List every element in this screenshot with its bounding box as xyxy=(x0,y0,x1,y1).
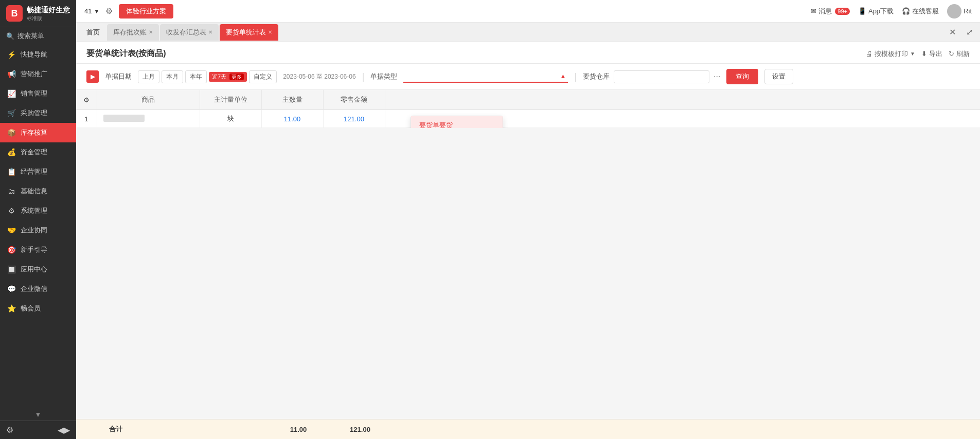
sidebar-item-enterprise[interactable]: 🤝 企业协同 xyxy=(0,221,76,240)
operations-icon: 📋 xyxy=(6,168,16,176)
app-download-label: App下载 xyxy=(868,7,894,16)
sidebar-item-purchase[interactable]: 🛒 采购管理 xyxy=(0,103,76,123)
warehouse-filter-input[interactable] xyxy=(614,70,709,83)
sidebar-search[interactable]: 🔍 搜索菜单 xyxy=(0,27,76,45)
tab-batch-account-close[interactable]: ✕ xyxy=(149,29,153,35)
sidebar-item-guide[interactable]: 🎯 新手引导 xyxy=(0,240,76,260)
refresh-btn[interactable]: ↻ 刷新 xyxy=(949,49,970,59)
sidebar-item-wechat[interactable]: 💬 企业微信 xyxy=(0,279,76,299)
sidebar-item-operations[interactable]: 📋 经营管理 xyxy=(0,162,76,181)
warehouse-filter-label: 要货仓库 xyxy=(583,72,610,81)
marketing-icon: 📢 xyxy=(6,70,16,78)
col-quantity-label: 主数量 xyxy=(282,96,302,103)
print-chevron-icon: ▼ xyxy=(910,51,915,57)
settings-gear-icon[interactable]: ⚙ xyxy=(105,6,113,16)
header-right: ✉ 消息 99+ 📱 App下载 🎧 在线客服 Rit xyxy=(811,4,972,19)
sidebar-item-system[interactable]: ⚙ 系统管理 xyxy=(0,201,76,221)
print-template-btn[interactable]: 🖨 按模板打印 ▼ xyxy=(866,49,915,59)
tab-batch-account-label: 库存批次账 xyxy=(113,28,147,37)
more-badge: 更多 xyxy=(229,74,244,80)
row-product xyxy=(97,110,200,128)
col-amount: 零售金额 xyxy=(323,90,385,110)
page-actions: 🖨 按模板打印 ▼ ⬇ 导出 ↻ 刷新 xyxy=(866,49,970,59)
sidebar-item-label: 应用中心 xyxy=(21,265,47,274)
tab-close-all-button[interactable]: ✕ xyxy=(946,26,959,38)
sidebar-item-basics[interactable]: 🗂 基础信息 xyxy=(0,181,76,201)
date-btn-this-year[interactable]: 本年 xyxy=(185,70,207,83)
sidebar-item-apps[interactable]: 🔲 应用中心 xyxy=(0,260,76,279)
sidebar-item-label: 新手引导 xyxy=(21,245,47,254)
messages-badge: 99+ xyxy=(835,8,850,15)
table-header-row: ⚙ 商品 主计量单位 主数量 零 xyxy=(76,90,980,110)
message-icon: ✉ xyxy=(811,7,816,15)
date-btn-this-month[interactable]: 本月 xyxy=(162,70,183,83)
trial-industry-button[interactable]: 体验行业方案 xyxy=(119,4,173,19)
row-amount: 121.00 xyxy=(323,110,385,128)
table-row: 1 块 11.00 121.00 xyxy=(76,110,980,128)
sidebar-item-label: 销售管理 xyxy=(21,89,47,98)
tab-requisition-stats[interactable]: 要货单统计表 ✕ xyxy=(220,24,278,41)
online-service-label: 在线客服 xyxy=(912,7,939,16)
sidebar-collapse-icon[interactable]: ◀▶ xyxy=(58,425,70,435)
basics-icon: 🗂 xyxy=(6,187,16,195)
chevron-down-icon: ▼ xyxy=(94,8,99,14)
sidebar-item-inventory[interactable]: 📦 库存核算 xyxy=(0,123,76,142)
filter-expand-button[interactable]: ▶ xyxy=(86,70,99,83)
export-icon: ⬇ xyxy=(921,50,927,58)
tab-receipt-summary-label: 收发存汇总表 xyxy=(166,28,206,37)
tab-receipt-summary-close[interactable]: ✕ xyxy=(208,29,212,35)
sidebar-scroll-down[interactable]: ▼ xyxy=(0,409,76,420)
tab-home[interactable]: 首页 xyxy=(80,24,106,41)
sidebar-item-label: 资金管理 xyxy=(21,148,47,157)
type-filter-label: 单据类型 xyxy=(370,72,397,81)
refresh-label: 刷新 xyxy=(956,49,970,59)
store-selector[interactable]: 41 ▼ xyxy=(84,7,99,15)
type-dropdown: 要货单要货 要货单退货 xyxy=(411,116,503,128)
sidebar-item-quick-nav[interactable]: ⚡ 快捷导航 xyxy=(0,45,76,64)
sidebar-item-finance[interactable]: 💰 资金管理 xyxy=(0,142,76,162)
tab-batch-account[interactable]: 库存批次账 ✕ xyxy=(107,24,159,41)
online-service-btn[interactable]: 🎧 在线客服 xyxy=(902,7,939,16)
user-avatar-area[interactable]: Rit xyxy=(947,4,972,19)
date-btn-custom[interactable]: 自定义 xyxy=(249,70,277,83)
date-btn-last-7days[interactable]: 近7天 更多 xyxy=(209,72,247,82)
row-index: 1 xyxy=(76,110,97,128)
sidebar-settings-icon[interactable]: ⚙ xyxy=(6,425,13,435)
col-unit-label: 主计量单位 xyxy=(214,96,247,103)
headset-icon: 🎧 xyxy=(902,7,910,15)
tab-requisition-stats-close[interactable]: ✕ xyxy=(268,29,272,35)
apps-icon: 🔲 xyxy=(6,265,16,273)
sidebar-item-marketing[interactable]: 📢 营销推广 xyxy=(0,64,76,84)
col-settings: ⚙ xyxy=(76,90,97,110)
app-download-btn[interactable]: 📱 App下载 xyxy=(858,7,894,16)
top-header: 41 ▼ ⚙ 体验行业方案 ✉ 消息 99+ 📱 App下载 🎧 在线客服 R xyxy=(76,0,980,23)
enterprise-icon: 🤝 xyxy=(6,226,16,234)
row-quantity: 11.00 xyxy=(261,110,323,128)
col-product-label: 商品 xyxy=(141,96,155,103)
header-left: 41 ▼ ⚙ 体验行业方案 xyxy=(84,4,173,19)
date-filter-label: 单据日期 xyxy=(105,72,132,81)
setting-button[interactable]: 设置 xyxy=(764,69,793,84)
messages-btn[interactable]: ✉ 消息 99+ xyxy=(811,7,850,16)
page-header: 要货单统计表(按商品) 🖨 按模板打印 ▼ ⬇ 导出 ↻ 刷新 xyxy=(76,42,980,64)
tabs-right-actions: ✕ ⤢ xyxy=(946,26,976,38)
sidebar-item-sales[interactable]: 📈 销售管理 xyxy=(0,84,76,103)
sidebar-item-members[interactable]: ⭐ 畅会员 xyxy=(0,299,76,318)
inventory-icon: 📦 xyxy=(6,129,16,137)
date-btn-prev-month[interactable]: 上月 xyxy=(138,70,159,83)
warehouse-more-btn[interactable]: ··· xyxy=(714,72,720,81)
tab-receipt-summary[interactable]: 收发存汇总表 ✕ xyxy=(160,24,219,41)
export-btn[interactable]: ⬇ 导出 xyxy=(921,49,942,59)
type-filter-toggle[interactable]: ▲ xyxy=(558,72,568,80)
app-brand-name: 畅捷通好生意 xyxy=(27,5,70,14)
user-name: Rit xyxy=(964,7,972,15)
query-button[interactable]: 查询 xyxy=(726,69,758,84)
main-area: 41 ▼ ⚙ 体验行业方案 ✉ 消息 99+ 📱 App下载 🎧 在线客服 R xyxy=(76,0,980,439)
dropdown-item-requisition-order[interactable]: 要货单要货 xyxy=(411,116,503,128)
sidebar-item-label: 采购管理 xyxy=(21,108,47,118)
type-filter-input[interactable] xyxy=(403,71,558,82)
tab-expand-button[interactable]: ⤢ xyxy=(963,26,976,38)
filter-divider-1: | xyxy=(362,71,365,82)
table-settings-icon[interactable]: ⚙ xyxy=(83,96,90,104)
print-label: 按模板打印 xyxy=(875,49,908,59)
